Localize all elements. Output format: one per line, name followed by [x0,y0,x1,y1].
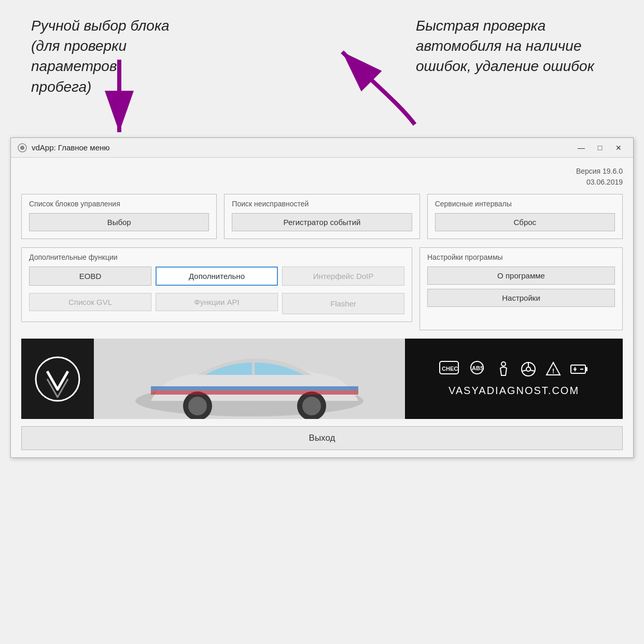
svg-point-8 [188,397,207,415]
minimize-button[interactable]: — [573,141,590,155]
gvl-button: Список GVL [29,293,151,311]
settings-button[interactable]: Настройки [427,289,615,307]
select-button[interactable]: Выбор [29,213,209,231]
car-svg-icon [94,339,405,419]
svg-rect-23 [585,367,587,371]
svg-point-3 [20,146,24,150]
flasher-button: Flasher [282,293,404,314]
doip-button: Интерфейс DoIP [282,267,404,286]
exit-button[interactable]: Выход [21,426,623,450]
reset-button[interactable]: Сброс [435,213,615,231]
steering-wheel-icon [520,361,537,380]
maximize-button[interactable]: □ [592,141,608,155]
additional-section: Дополнительные функции EOBD Дополнительн… [21,247,412,322]
window-controls: — □ ✕ [573,141,627,155]
seatbelt-icon [495,361,512,380]
svg-line-19 [522,370,526,371]
settings-title: Настройки программы [427,253,615,261]
window-title: vdApp: Главное меню [32,143,573,152]
banner-car-area [94,339,405,419]
titlebar: vdApp: Главное меню — □ ✕ [11,138,633,158]
fault-search-title: Поиск неисправностей [232,200,412,208]
eobd-button[interactable]: EOBD [29,267,151,286]
api-button: Функции API [156,293,278,311]
bottom-sections-row: Дополнительные функции EOBD Дополнительн… [21,247,623,330]
additional-button[interactable]: Дополнительно [156,267,278,286]
banner: CHECK ABS [21,339,623,419]
version-text: Версия 19.6.0 [21,166,623,177]
svg-text:ABS: ABS [472,365,484,371]
svg-point-17 [526,367,530,371]
banner-domain-text: VASYADIAGNOST.COM [449,385,579,397]
about-button[interactable]: О программе [427,267,615,285]
service-section: Сервисные интервалы Сброс [427,194,623,239]
close-button[interactable]: ✕ [610,141,627,155]
banner-right: CHECK ABS [405,339,623,419]
svg-text:CHECK: CHECK [442,366,459,372]
abs-icon: ABS [467,361,487,380]
window-content: Версия 19.6.0 03.06.2019 Список блоков у… [11,158,633,457]
check-icon: CHECK [439,361,459,380]
arrow-right-icon [332,41,436,135]
control-blocks-title: Список блоков управления [29,200,209,208]
svg-text:!: ! [552,367,554,375]
svg-line-20 [530,370,535,371]
main-window: vdApp: Главное меню — □ ✕ Версия 19.6.0 … [10,137,634,458]
warning-icon: ! [545,361,562,380]
additional-buttons-grid: EOBD Дополнительно Интерфейс DoIP Список… [29,267,404,314]
event-log-button[interactable]: Регистратор событий [232,213,412,231]
version-info: Версия 19.6.0 03.06.2019 [21,166,623,188]
svg-point-4 [36,357,79,401]
app-icon [17,143,27,153]
vasya-logo-icon [34,356,81,402]
banner-logo [21,339,94,419]
service-title: Сервисные интервалы [435,200,615,208]
arrow-left-icon [88,54,150,137]
top-sections-row: Список блоков управления Выбор Поиск неи… [21,194,623,239]
fault-search-section: Поиск неисправностей Регистратор событий [224,194,419,239]
settings-section: Настройки программы О программе Настройк… [419,247,623,330]
svg-point-15 [501,362,506,366]
control-blocks-section: Список блоков управления Выбор [21,194,217,239]
additional-title: Дополнительные функции [29,253,404,261]
annotation-right: Быстрая проверкаавтомобиля на наличиеоши… [416,16,613,145]
banner-icons-row: CHECK ABS [439,361,589,380]
date-text: 03.06.2019 [21,177,623,188]
svg-point-10 [302,397,321,415]
battery-icon [570,361,589,380]
